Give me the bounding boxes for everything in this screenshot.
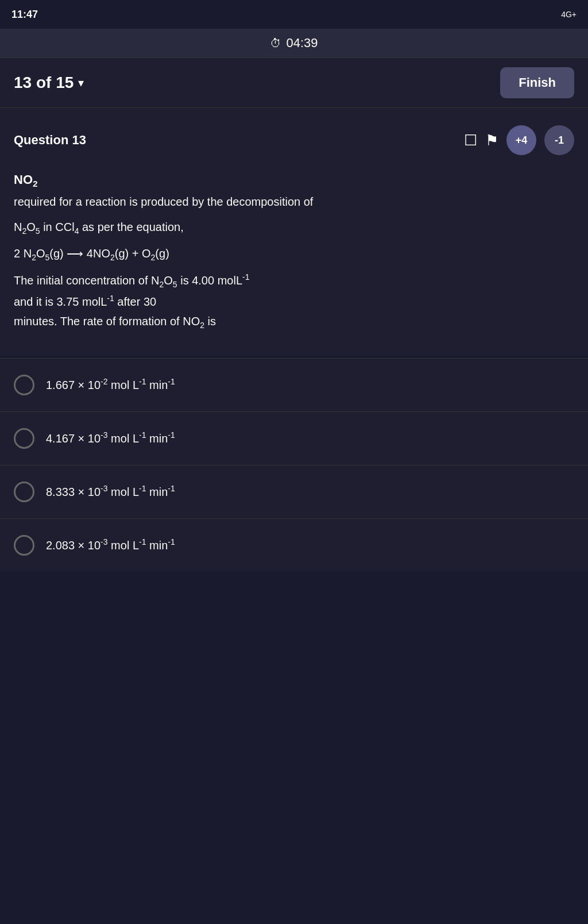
option-d[interactable]: 2.083 × 10-3 mol L-1 min-1 (0, 518, 588, 572)
dropdown-arrow-icon[interactable]: ▾ (78, 76, 84, 90)
bookmark-icon[interactable]: ☐ (464, 132, 477, 149)
option-c[interactable]: 8.333 × 10-3 mol L-1 min-1 (0, 465, 588, 518)
positive-score-badge: +4 (506, 125, 536, 155)
question-counter[interactable]: 13 of 15 ▾ (14, 74, 84, 92)
question-container: Question 13 ☐ ⚑ +4 -1 NO2 required for a… (0, 108, 588, 356)
options-container: 1.667 × 10-2 mol L-1 min-1 4.167 × 10-3 … (0, 358, 588, 572)
nav-bar: 13 of 15 ▾ Finish (0, 58, 588, 108)
timer-display: 04:39 (286, 36, 318, 51)
option-a[interactable]: 1.667 × 10-2 mol L-1 min-1 (0, 358, 588, 411)
timer-bar: ⏱ 04:39 (0, 29, 588, 58)
status-time: 11:47 (11, 9, 38, 21)
question-text: NO2 required for a reaction is produced … (14, 169, 574, 333)
chemical-equation: 2 N2O5(g) ⟶ 4NO2(g) + O2(g) (14, 244, 574, 265)
finish-button[interactable]: Finish (500, 67, 574, 98)
no2-formula: NO2 (14, 172, 38, 187)
question-label: Question 13 (14, 133, 86, 148)
option-c-text: 8.333 × 10-3 mol L-1 min-1 (46, 483, 175, 500)
option-d-text: 2.083 × 10-3 mol L-1 min-1 (46, 536, 175, 554)
option-d-radio[interactable] (14, 535, 34, 556)
flag-icon[interactable]: ⚑ (485, 132, 498, 149)
counter-text: 13 of 15 (14, 74, 74, 92)
option-a-text: 1.667 × 10-2 mol L-1 min-1 (46, 376, 175, 394)
option-c-radio[interactable] (14, 482, 34, 502)
timer-icon: ⏱ (270, 37, 281, 50)
network-label: 4G+ (561, 10, 577, 19)
status-icons: 4G+ (561, 10, 577, 19)
status-bar: 11:47 4G+ (0, 0, 588, 29)
option-b-text: 4.167 × 10-3 mol L-1 min-1 (46, 429, 175, 447)
option-b-radio[interactable] (14, 428, 34, 449)
question-actions: ☐ ⚑ +4 -1 (464, 125, 574, 155)
negative-score-badge: -1 (544, 125, 574, 155)
question-header: Question 13 ☐ ⚑ +4 -1 (14, 125, 574, 155)
option-a-radio[interactable] (14, 375, 34, 395)
option-b[interactable]: 4.167 × 10-3 mol L-1 min-1 (0, 411, 588, 465)
